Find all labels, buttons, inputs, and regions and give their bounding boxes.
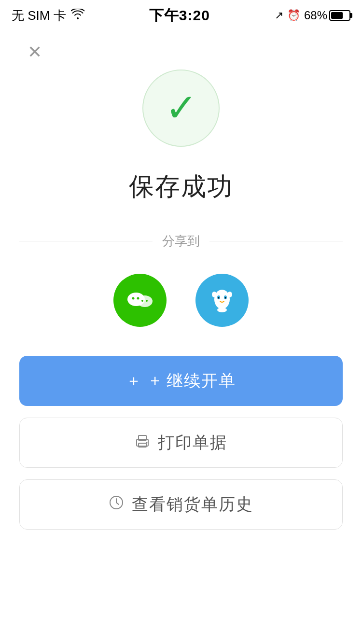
history-label: 查看销货单历史	[132, 493, 253, 516]
svg-point-17	[146, 442, 148, 443]
clock-icon	[109, 495, 124, 514]
view-history-button[interactable]: 查看销货单历史	[19, 479, 343, 530]
battery-percent: 68%	[304, 9, 327, 22]
carrier-label: 无 SIM 卡	[12, 7, 66, 24]
close-icon: ✕	[28, 42, 42, 62]
continue-order-button[interactable]: ＋ + 继续开单	[19, 356, 343, 406]
divider-right	[209, 241, 343, 241]
svg-point-9	[218, 297, 219, 298]
print-label: 打印单据	[158, 432, 227, 454]
svg-point-2	[132, 297, 134, 299]
success-icon-circle: ✓	[142, 70, 220, 147]
svg-point-12	[227, 292, 232, 297]
qq-icon	[207, 285, 238, 316]
svg-point-4	[141, 300, 143, 302]
svg-point-10	[224, 297, 226, 298]
status-left: 无 SIM 卡	[12, 7, 84, 24]
svg-point-1	[137, 295, 153, 307]
printer-icon	[135, 434, 150, 451]
action-buttons: ＋ + 继续开单 打印单据 查看销货单历	[0, 356, 362, 530]
checkmark-icon: ✓	[165, 89, 197, 127]
success-title: 保存成功	[129, 170, 233, 204]
alarm-icon: ⏰	[287, 9, 300, 22]
status-right: ↗ ⏰ 68%	[275, 9, 350, 22]
share-section: 分享到	[0, 233, 362, 327]
share-label: 分享到	[162, 233, 200, 250]
plus-icon: ＋	[126, 370, 142, 392]
battery-container: 68%	[304, 9, 350, 22]
print-button[interactable]: 打印单据	[19, 418, 343, 468]
divider-left	[19, 241, 153, 241]
wechat-icon	[125, 285, 156, 316]
svg-point-5	[146, 300, 148, 302]
svg-point-3	[137, 297, 139, 299]
svg-point-13	[217, 308, 227, 312]
main-content: ✓ 保存成功 分享到	[0, 31, 362, 530]
share-divider-row: 分享到	[19, 233, 343, 250]
wifi-icon	[71, 9, 84, 22]
status-time: 下午3:20	[149, 6, 210, 26]
battery-fill	[331, 12, 343, 19]
battery-icon	[329, 10, 350, 21]
share-icons-row	[19, 274, 343, 327]
svg-point-11	[212, 292, 217, 297]
continue-order-label: + 继续开单	[150, 370, 236, 392]
wechat-share-button[interactable]	[113, 274, 167, 327]
qq-share-button[interactable]	[195, 274, 249, 327]
location-icon: ↗	[275, 9, 283, 22]
svg-point-6	[214, 290, 230, 309]
close-button[interactable]: ✕	[21, 39, 48, 66]
status-bar: 无 SIM 卡 下午3:20 ↗ ⏰ 68%	[0, 0, 362, 31]
